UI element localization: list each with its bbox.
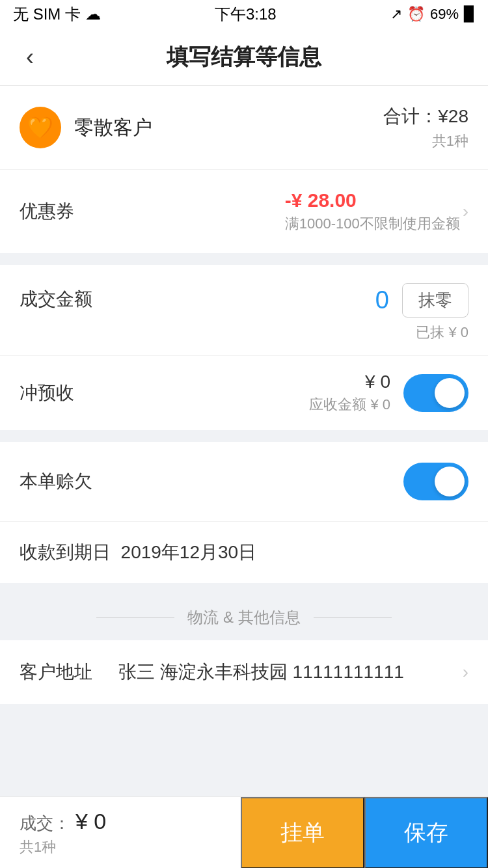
total-count: 共1种 — [383, 131, 468, 151]
prepay-info: ¥ 0 应收金额 ¥ 0 — [309, 372, 390, 414]
status-left: 无 SIM 卡 ☁ — [13, 4, 101, 25]
coupon-row[interactable]: 优惠券 -¥ 28.00 满1000-100不限制使用金额 › — [0, 169, 488, 253]
section-divider-2 — [0, 583, 488, 595]
amount-row: 成交金额 0 抹零 — [0, 265, 488, 318]
address-row[interactable]: 客户地址 张三 海淀永丰科技园 11111111111 › — [0, 640, 488, 704]
main-content: 🧡 零散客户 合计：¥28 共1种 优惠券 -¥ 28.00 满1000-100… — [0, 86, 488, 868]
logistics-divider-inner: 物流 & 其他信息 — [96, 607, 391, 628]
address-chevron-icon: › — [463, 662, 468, 683]
avatar: 🧡 — [20, 107, 61, 148]
avatar-icon: 🧡 — [27, 115, 53, 140]
page-title: 填写结算等信息 — [167, 42, 321, 72]
battery-label: 69% — [430, 6, 459, 23]
coupon-info: -¥ 28.00 满1000-100不限制使用金额 — [285, 189, 460, 234]
bottom-bar: 成交： ¥ 0 共1种 挂单 保存 — [0, 796, 488, 868]
total-price: 合计：¥28 — [383, 104, 468, 129]
deal-amount-label: 成交金额 — [20, 283, 92, 312]
nav-bar: ‹ 填写结算等信息 — [0, 29, 488, 86]
hang-order-button[interactable]: 挂单 — [241, 797, 364, 869]
address-label: 客户地址 — [20, 660, 92, 685]
sim-status: 无 SIM 卡 ☁ — [13, 4, 101, 25]
status-right: ↗ ⏰ 69% ▉ — [390, 6, 475, 23]
status-time: 下午3:18 — [215, 4, 277, 25]
status-bar: 无 SIM 卡 ☁ 下午3:18 ↗ ⏰ 69% ▉ — [0, 0, 488, 29]
section-divider-1 — [0, 430, 488, 442]
coupon-amount: -¥ 28.00 — [285, 189, 460, 211]
back-button[interactable]: ‹ — [20, 37, 40, 77]
logistics-divider: 物流 & 其他信息 — [0, 595, 488, 640]
credit-label: 本单赊欠 — [20, 469, 92, 494]
location-icon: ↗ — [390, 6, 402, 23]
coupon-desc: 满1000-100不限制使用金额 — [285, 214, 460, 234]
bottom-deal-row: 成交： ¥ 0 — [20, 809, 221, 835]
credit-section: 本单赊欠 收款到期日 2019年12月30日 — [0, 442, 488, 583]
customer-left: 🧡 零散客户 — [20, 107, 152, 148]
customer-section: 🧡 零散客户 合计：¥28 共1种 优惠券 -¥ 28.00 满1000-100… — [0, 86, 488, 253]
credit-row: 本单赊欠 — [0, 442, 488, 521]
customer-row: 🧡 零散客户 合计：¥28 共1种 — [0, 86, 488, 169]
coupon-label: 优惠券 — [20, 199, 74, 224]
battery-icon: ▉ — [464, 6, 475, 23]
already-zero-label: 已抹 ¥ 0 — [0, 318, 488, 355]
prepay-toggle[interactable] — [403, 374, 468, 412]
prepay-receivable: 应收金额 ¥ 0 — [309, 395, 390, 414]
save-button[interactable]: 保存 — [364, 797, 488, 869]
customer-name: 零散客户 — [74, 115, 152, 141]
coupon-chevron-icon: › — [463, 201, 468, 222]
due-date-label: 收款到期日 2019年12月30日 — [20, 542, 256, 562]
divider-line-right — [314, 617, 392, 618]
alarm-icon: ⏰ — [407, 6, 425, 23]
divider-line-left — [96, 617, 174, 618]
deal-amount-value: 0 — [375, 286, 389, 314]
logistics-label: 物流 & 其他信息 — [187, 607, 300, 628]
address-value: 张三 海淀永丰科技园 11111111111 — [118, 660, 456, 685]
bottom-amount: ¥ 0 — [75, 809, 106, 834]
amount-right: 0 抹零 — [375, 283, 468, 318]
deal-amount-section: 成交金额 0 抹零 已抹 ¥ 0 冲预收 ¥ 0 应收金额 ¥ 0 — [0, 265, 488, 430]
prepay-amount: ¥ 0 — [309, 372, 390, 392]
prepay-row: 冲预收 ¥ 0 应收金额 ¥ 0 — [0, 355, 488, 430]
due-date-row: 收款到期日 2019年12月30日 — [0, 521, 488, 583]
customer-right: 合计：¥28 共1种 — [383, 104, 468, 151]
prepay-right: ¥ 0 应收金额 ¥ 0 — [309, 372, 468, 414]
prepay-label: 冲预收 — [20, 381, 74, 405]
bottom-left: 成交： ¥ 0 共1种 — [0, 809, 241, 857]
bottom-count: 共1种 — [20, 837, 221, 857]
round-down-button[interactable]: 抹零 — [402, 283, 468, 318]
credit-toggle[interactable] — [403, 463, 468, 500]
bottom-deal-label: 成交： — [20, 812, 70, 835]
